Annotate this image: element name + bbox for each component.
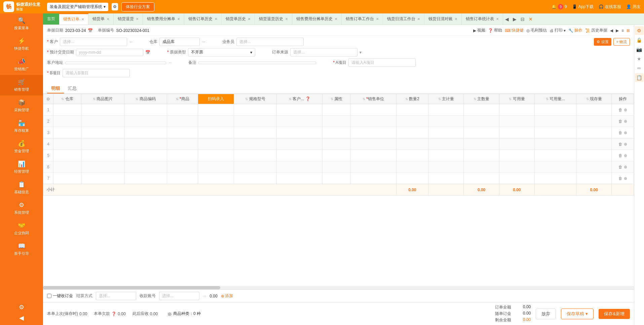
cell-5-2[interactable] [81, 150, 124, 161]
cell-7-12[interactable] [464, 173, 499, 184]
cell-5-8[interactable] [323, 150, 350, 161]
cell-6-16[interactable]: 🗑⊕ [612, 161, 634, 173]
system-selector[interactable]: 装备及固定资产辅助管理系统 ▾ [47, 3, 108, 11]
add-btn[interactable]: ⊕ 添加 [221, 293, 233, 299]
cell-1-4[interactable] [167, 104, 198, 116]
copy-row-icon[interactable]: ⊕ [624, 108, 627, 112]
table-row[interactable]: 4🗑⊕ [43, 138, 634, 150]
cell-1-1[interactable] [53, 104, 81, 116]
account-select[interactable]: 选择... [159, 292, 199, 300]
customer-more-icon[interactable]: ··· [130, 40, 132, 44]
copy-row-icon[interactable]: ⊕ [624, 142, 627, 147]
right-icon-edit[interactable]: ✏ [635, 64, 644, 73]
tab-sales-order[interactable]: 销售订单 ✕ [59, 13, 88, 25]
copy-row-icon[interactable]: ⊕ [624, 176, 627, 181]
cell-4-16[interactable]: 🗑⊕ [612, 138, 634, 150]
warehouse-more-icon[interactable]: ··· [202, 40, 205, 44]
tab-cash-reconcile[interactable]: 钱货日清对账 ✕ [424, 13, 462, 25]
cell-1-13[interactable] [499, 104, 534, 116]
cell-5-16[interactable]: 🗑⊕ [612, 150, 634, 161]
sidebar-item-base-info[interactable]: 📋 基础信息 [0, 177, 43, 198]
order-source-input[interactable]: 选择... [290, 48, 357, 56]
sidebar-item-sales[interactable]: 🛒 销售管理 [0, 75, 43, 95]
save-draft-button[interactable]: 保存草稿 ▾ [561, 309, 594, 319]
cell-5-12[interactable] [464, 150, 499, 161]
cell-7-15[interactable] [576, 173, 612, 184]
view-btn[interactable]: ▶ 视频 [473, 28, 485, 33]
cell-4-13[interactable] [499, 138, 534, 150]
remark-input[interactable] [198, 62, 316, 64]
copy-row-icon[interactable]: ⊕ [624, 165, 627, 169]
copy-row-icon[interactable]: ⊕ [624, 130, 627, 135]
cell-7-5[interactable] [198, 173, 234, 184]
copy-row-icon[interactable]: ⊕ [624, 119, 627, 124]
customer-input[interactable]: 选择... [60, 38, 127, 46]
tab-sales-slip-history[interactable]: 销货单历史 ✕ [222, 13, 255, 25]
cell-6-10[interactable] [396, 161, 428, 173]
cell-7-9[interactable] [350, 173, 396, 184]
tab-sales-order-history[interactable]: 销售订单历史 ✕ [184, 13, 222, 25]
cell-4-5[interactable] [198, 138, 234, 150]
sidebar-item-cooperation[interactable]: 🤝 企业协同 [0, 218, 43, 239]
cell-6-5[interactable] [198, 161, 234, 173]
cell-2-14[interactable] [535, 116, 576, 127]
tab-prev-btn[interactable]: ◀ [503, 16, 511, 22]
app-download-item[interactable]: 📱 App下载 [572, 4, 594, 10]
cell-7-7[interactable] [277, 173, 323, 184]
scroll-thumb[interactable] [43, 286, 220, 289]
cell-6-4[interactable] [167, 161, 198, 173]
col-scan[interactable]: 扫码录入 [198, 94, 234, 104]
cell-7-1[interactable] [53, 173, 81, 184]
cell-2-11[interactable] [428, 116, 464, 127]
tab-close-all-btn[interactable]: ✕ [527, 16, 535, 22]
cell-4-12[interactable] [464, 138, 499, 150]
cell-5-5[interactable] [198, 150, 234, 161]
cell-3-7[interactable] [277, 127, 323, 138]
cell-1-3[interactable] [124, 104, 167, 116]
tab-next-btn[interactable]: ▶ [511, 16, 519, 22]
horizontal-scrollbar[interactable] [43, 286, 634, 289]
tab-close-sales-slip[interactable]: ✕ [107, 17, 109, 21]
settings-right-btn[interactable]: ⚙ 设置 [594, 38, 611, 46]
cell-5-13[interactable] [499, 150, 534, 161]
cell-3-10[interactable] [396, 127, 428, 138]
delivery-calendar-icon[interactable]: 📅 [145, 50, 150, 55]
cell-3-5[interactable] [198, 127, 234, 138]
cell-3-4[interactable] [167, 127, 198, 138]
cell-4-11[interactable] [428, 138, 464, 150]
tab-close-sales-order-history[interactable]: ✕ [215, 17, 217, 21]
cell-2-6[interactable] [234, 116, 277, 127]
sidebar-item-purchase[interactable]: 📦 采购管理 [0, 95, 43, 116]
cell-7-10[interactable] [396, 173, 428, 184]
cell-5-9[interactable] [350, 150, 396, 161]
right-icon-image[interactable]: 📷 [635, 45, 644, 54]
cell-4-8[interactable] [323, 138, 350, 150]
cell-6-14[interactable] [535, 161, 576, 173]
project-b-input[interactable]: 请输入B项目 [63, 69, 130, 77]
tab-detail[interactable]: 明细 [47, 84, 64, 93]
delete-row-icon[interactable]: 🗑 [618, 142, 622, 147]
cell-2-9[interactable] [350, 116, 396, 127]
tab-close-sales-return-history[interactable]: ✕ [285, 17, 288, 21]
tab-close-sales-workbench[interactable]: ✕ [376, 17, 379, 21]
cell-1-8[interactable] [323, 104, 350, 116]
table-row[interactable]: 7🗑⊕ [43, 173, 634, 184]
sidebar-item-search[interactable]: 🔍 搜索菜单 [0, 13, 43, 34]
cell-3-12[interactable] [464, 127, 499, 138]
invoice-type-select[interactable]: 不开票 ▾ [188, 48, 255, 56]
one-key-deposit-checkbox[interactable] [47, 294, 51, 298]
settings-icon-btn[interactable]: ⚙ [112, 3, 118, 10]
cell-1-12[interactable] [464, 104, 499, 116]
cell-5-7[interactable] [277, 150, 323, 161]
cell-5-3[interactable] [124, 150, 167, 161]
cell-5-6[interactable] [234, 150, 277, 161]
cell-3-11[interactable] [428, 127, 464, 138]
cell-1-6[interactable] [234, 104, 277, 116]
cell-6-6[interactable] [234, 161, 277, 173]
cell-3-6[interactable] [234, 127, 277, 138]
cell-2-10[interactable] [396, 116, 428, 127]
user-item[interactable]: 👤 用友 [626, 4, 641, 10]
sidebar-item-operations[interactable]: 📊 经营管理 [0, 157, 43, 177]
tab-sales-expense-history[interactable]: 销售费用分摊单历史 ✕ [292, 13, 342, 25]
cell-1-14[interactable] [535, 104, 576, 116]
